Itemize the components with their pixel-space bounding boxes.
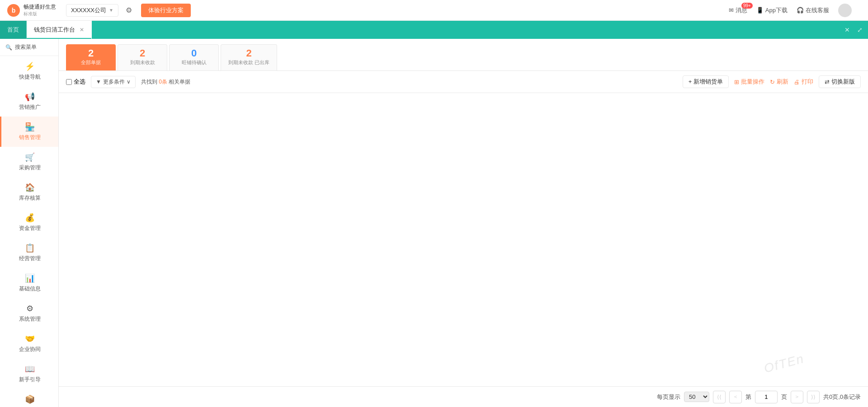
- next-page-button[interactable]: ＞: [791, 391, 803, 403]
- app-download-button[interactable]: 📱 App下载: [756, 6, 788, 14]
- company-selector[interactable]: XXXXXX公司 ▼: [66, 4, 118, 17]
- switch-version-button[interactable]: ⇄ 切换新版: [819, 75, 861, 88]
- pagination: 每页显示 50 100 200 ⟨⟨ ＜ 第 页 ＞ ⟩⟩ 共0页,0条记录: [59, 386, 868, 407]
- inventory-label: 库存核算: [19, 194, 41, 202]
- basic-info-label: 基础信息: [19, 285, 41, 293]
- sales-icon: 🏪: [25, 122, 35, 132]
- overdue-count: 2: [125, 48, 160, 58]
- stat-tab-overdue[interactable]: 2 到期未收款: [118, 44, 167, 70]
- filter-button[interactable]: ▼ 更多条件 ∨: [91, 76, 136, 88]
- select-all-label: 全选: [74, 78, 85, 86]
- found-text: 共找到 0条 相关单据: [141, 78, 190, 86]
- capital-icon: 💰: [25, 213, 35, 223]
- tab-close-action-icon[interactable]: ✕: [843, 24, 852, 35]
- toolbar-right: + 新增销货单 ⊞ 批量操作 ↻ 刷新 🖨 打印 ⇄ 切换新版: [683, 75, 861, 88]
- sidebar-item-inventory[interactable]: 🏠 库存核算: [0, 177, 58, 207]
- system-label: 系统管理: [19, 315, 41, 323]
- sidebar-item-purchase[interactable]: 🛒 采购管理: [0, 147, 58, 177]
- avatar[interactable]: [838, 4, 852, 17]
- purchase-icon: 🛒: [25, 152, 35, 162]
- system-icon: ⚙: [26, 304, 33, 313]
- marketing-label: 营销推广: [19, 103, 41, 111]
- search-menu-item[interactable]: 🔍 搜索菜单: [0, 39, 58, 56]
- cash-work-tab-label: 钱货日清工作台: [34, 26, 75, 34]
- basic-info-icon: 📊: [25, 273, 35, 283]
- chevron-down-icon: ▼: [109, 8, 113, 13]
- pending-label: 旺铺待确认: [177, 59, 211, 66]
- sales-label: 销售管理: [19, 134, 41, 141]
- search-icon: 🔍: [5, 44, 12, 51]
- batch-operation-button[interactable]: ⊞ 批量操作: [734, 78, 764, 86]
- filter-icon: ▼: [96, 79, 101, 85]
- purchase-label: 采购管理: [19, 164, 41, 172]
- last-page-button[interactable]: ⟩⟩: [807, 391, 820, 403]
- service-icon: 🎧: [797, 7, 804, 14]
- sidebar-item-enterprise[interactable]: 🤝 企业协同: [0, 328, 58, 359]
- marketing-icon: 📢: [25, 92, 35, 102]
- sidebar-item-capital[interactable]: 💰 资金管理: [0, 207, 58, 238]
- stats-tabs: 2 全部单据 2 到期未收款 0 旺铺待确认 2 到期未收款 已出库: [59, 39, 868, 71]
- sidebar-item-marketing[interactable]: 📢 营销推广: [0, 86, 58, 117]
- sidebar-item-quick-nav[interactable]: ⚡ 快捷导航: [0, 56, 58, 86]
- sidebar-item-app-center[interactable]: 📦 应用中心: [0, 389, 58, 407]
- tab-close-icon[interactable]: ✕: [80, 27, 84, 33]
- print-icon: 🖨: [794, 79, 800, 85]
- select-all-input[interactable]: [66, 79, 72, 85]
- overdue-label: 到期未收款: [125, 59, 160, 66]
- enterprise-icon: 🤝: [25, 334, 35, 344]
- refresh-button[interactable]: ↻ 刷新: [770, 78, 788, 86]
- download-icon: 📱: [756, 7, 764, 14]
- app-center-icon: 📦: [25, 394, 35, 404]
- company-name: XXXXXX公司: [71, 6, 106, 14]
- newbie-label: 新手引导: [19, 376, 41, 384]
- overdue-out-count: 2: [228, 48, 269, 58]
- tab-home[interactable]: 首页: [0, 21, 27, 39]
- logo-area: b 畅捷通好生意 标准版: [7, 4, 66, 17]
- sidebar-item-basic-info[interactable]: 📊 基础信息: [0, 268, 58, 298]
- sidebar-item-newbie[interactable]: 📖 新手引导: [0, 359, 58, 389]
- table-area: [59, 93, 868, 386]
- sidebar-item-operation[interactable]: 📋 经营管理: [0, 238, 58, 268]
- first-page-button[interactable]: ⟨⟨: [713, 391, 726, 403]
- sidebar-item-system[interactable]: ⚙ 系统管理: [0, 298, 58, 328]
- all-label: 全部单据: [74, 59, 108, 66]
- messages-button[interactable]: ✉ 消息 99+: [729, 6, 747, 14]
- quick-nav-label: 快捷导航: [19, 73, 41, 81]
- top-bar: b 畅捷通好生意 标准版 XXXXXX公司 ▼ ⚙ 体验行业方案 ✉ 消息 99…: [0, 0, 868, 21]
- total-label: 共0页,0条记录: [823, 393, 861, 401]
- page-label-end: 页: [781, 393, 787, 401]
- stat-tab-overdue-out[interactable]: 2 到期未收款 已出库: [221, 44, 277, 70]
- stat-tab-pending[interactable]: 0 旺铺待确认: [169, 44, 219, 70]
- content-area: 2 全部单据 2 到期未收款 0 旺铺待确认 2 到期未收款 已出库 全选: [59, 39, 868, 407]
- pending-count: 0: [177, 48, 211, 58]
- trial-button[interactable]: 体验行业方案: [141, 4, 191, 17]
- found-count: 0条: [159, 79, 167, 85]
- sidebar: 🔍 搜索菜单 ⚡ 快捷导航 📢 营销推广 🏪 销售管理 🛒 采购管理 🏠 库存核…: [0, 39, 59, 407]
- messages-badge: 99+: [741, 3, 753, 9]
- prev-page-button[interactable]: ＜: [729, 391, 742, 403]
- tab-bar: 首页 钱货日清工作台 ✕ ✕ ⤢: [0, 21, 868, 39]
- settings-icon[interactable]: ⚙: [122, 4, 136, 17]
- newbie-icon: 📖: [25, 364, 35, 374]
- toolbar: 全选 ▼ 更多条件 ∨ 共找到 0条 相关单据 + 新增销货单 ⊞ 批量操作: [59, 71, 868, 93]
- new-sale-order-button[interactable]: + 新增销货单: [683, 75, 729, 88]
- message-icon: ✉: [729, 7, 734, 14]
- search-menu-label: 搜索菜单: [15, 43, 37, 51]
- online-service-button[interactable]: 🎧 在线客服: [797, 6, 829, 14]
- filter-chevron-icon: ∨: [127, 79, 131, 85]
- batch-icon: ⊞: [734, 79, 739, 85]
- select-all-checkbox[interactable]: 全选: [66, 78, 85, 86]
- per-page-select[interactable]: 50 100 200: [684, 392, 709, 402]
- quick-nav-icon: ⚡: [25, 61, 35, 71]
- overdue-out-label: 到期未收款 已出库: [228, 59, 269, 66]
- stat-tab-all[interactable]: 2 全部单据: [66, 44, 116, 70]
- per-page-label: 每页显示: [657, 393, 680, 401]
- print-button[interactable]: 🖨 打印: [794, 78, 813, 86]
- switch-icon: ⇄: [825, 79, 830, 85]
- sidebar-item-sales[interactable]: 🏪 销售管理: [0, 117, 58, 147]
- page-number-input[interactable]: [755, 391, 778, 403]
- operation-icon: 📋: [25, 243, 35, 253]
- refresh-icon: ↻: [770, 79, 775, 85]
- tab-cash-work[interactable]: 钱货日清工作台 ✕: [27, 21, 92, 39]
- tab-expand-icon[interactable]: ⤢: [855, 24, 864, 35]
